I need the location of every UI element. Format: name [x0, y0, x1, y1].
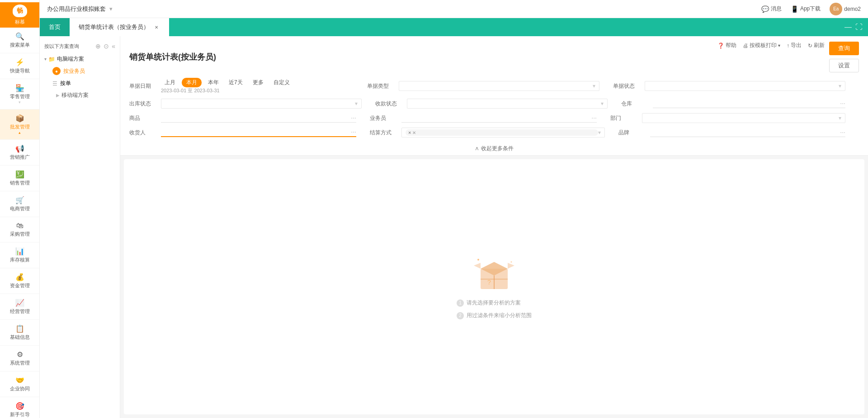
sidebar-item-inventory[interactable]: 📊 库存核算 — [0, 242, 39, 268]
app-logo[interactable]: 畅 标慕 — [0, 2, 40, 28]
tab-maximize-btn[interactable]: ⛶ — [855, 23, 863, 31]
sidebar-item-search[interactable]: 🔍 搜索菜单 — [0, 28, 39, 53]
user-profile[interactable]: Ea demo2 — [830, 3, 861, 15]
page-header: 销货单统计表(按业务员) ❓ 帮助 🖨 按模板打印 ▾ — [120, 36, 868, 156]
main-content: ? 1 请先选择要分析的方案 2 用过滤条件来缩小分析范围 — [124, 159, 864, 414]
tree-mobile-scheme[interactable]: ▶ 移动端方案 — [40, 90, 120, 101]
date-last-7days[interactable]: 近7天 — [225, 78, 246, 87]
system-icon: ⚙ — [17, 350, 23, 359]
sidebar-item-retail[interactable]: 🏪 零售管理 ▾ — [0, 79, 39, 109]
sidebar-label-wholesale: 批发管理 — [10, 124, 30, 130]
sidebar-item-ecommerce[interactable]: 🛒 电商管理 — [0, 191, 39, 217]
basic-info-icon: 📋 — [15, 324, 24, 333]
print-dropdown-icon: ▾ — [778, 43, 780, 48]
refresh-btn[interactable]: ↻ 刷新 — [808, 42, 825, 49]
warehouse-input[interactable]: ··· — [653, 100, 845, 108]
right-panel: 销货单统计表(按业务员) ❓ 帮助 🖨 按模板打印 ▾ — [120, 36, 868, 418]
sidebar-label-ecommerce: 电商管理 — [10, 205, 30, 212]
retail-icon: 🏪 — [15, 84, 24, 92]
date-custom[interactable]: 自定义 — [270, 78, 293, 87]
out-status-select[interactable]: ▾ — [161, 99, 362, 109]
doc-type-dropdown-icon: ▾ — [593, 83, 595, 89]
empty-step-1: 1 请先选择要分析的方案 — [457, 298, 532, 308]
tree-expand-icon: ▾ — [44, 57, 47, 62]
settle-method-clear-btn[interactable]: ✕ — [412, 130, 416, 135]
top-bar: 办公用品行业模拟账套 ▾ 💬 消息 📱 App下载 Ea demo2 — [40, 0, 868, 18]
salesperson-label: 业务员 — [370, 114, 401, 122]
tab-minimize-btn[interactable]: — — [844, 23, 852, 31]
goods-input[interactable]: ··· — [161, 114, 356, 123]
tree-pc-scheme[interactable]: ▾ 📁 电脑端方案 — [40, 53, 120, 65]
message-btn[interactable]: 💬 消息 — [761, 5, 782, 13]
newbie-icon: 🎯 — [15, 402, 24, 410]
receiver-input[interactable]: ··· — [161, 128, 356, 137]
tab-sales-stat[interactable]: 销货单统计表（按业务员） ✕ — [70, 18, 169, 36]
top-bar-title: 办公用品行业模拟账套 ▾ — [47, 5, 761, 13]
export-btn[interactable]: ↑ 导出 — [787, 42, 802, 49]
sidebar-item-enterprise[interactable]: 🤝 企业协同 — [0, 371, 39, 397]
sidebar-item-finance[interactable]: 💰 资金管理 — [0, 268, 39, 294]
add-scheme-btn[interactable]: ⊕ — [95, 43, 101, 50]
sidebar-item-operation[interactable]: 📈 经营管理 — [0, 294, 39, 320]
salesperson-input[interactable]: ··· — [401, 114, 597, 123]
date-this-month[interactable]: 本月 — [182, 78, 202, 87]
settle-dropdown-icon: ▾ — [598, 129, 601, 136]
tree-item-by-salesperson[interactable]: ● 按业务员 — [40, 65, 120, 77]
sidebar-item-newbie[interactable]: 🎯 新手引导 — [0, 397, 39, 418]
sidebar-item-quick-nav[interactable]: ⚡ 快捷导航 — [0, 53, 39, 79]
doc-status-label: 单据状态 — [613, 82, 645, 90]
date-last-month[interactable]: 上月 — [161, 78, 179, 87]
settings-button[interactable]: 设置 — [829, 59, 859, 72]
download-icon: 📱 — [791, 5, 798, 13]
folder-icon: 📁 — [48, 56, 55, 62]
sidebar-item-marketing[interactable]: 📢 营销推广 — [0, 140, 39, 166]
date-this-year[interactable]: 本年 — [204, 78, 222, 87]
date-more[interactable]: 更多 — [249, 78, 267, 87]
receipt-status-select[interactable]: ▾ — [407, 99, 608, 109]
settle-method-label: 结算方式 — [370, 129, 401, 137]
query-button[interactable]: 查询 — [829, 42, 859, 55]
brand-dots-btn[interactable]: ··· — [840, 128, 845, 136]
edit-scheme-btn[interactable]: ⊙ — [104, 43, 109, 50]
sidebar-item-system[interactable]: ⚙ 系统管理 — [0, 346, 39, 371]
brand-label: 品牌 — [618, 129, 650, 137]
tab-bar-actions: — ⛶ — [844, 23, 868, 31]
goods-dots-btn[interactable]: ··· — [351, 114, 356, 121]
sidebar-item-sales[interactable]: 💹 销售管理 — [0, 166, 39, 191]
settle-method-select[interactable]: × ✕ ▾ — [401, 128, 605, 138]
collapse-panel-btn[interactable]: « — [112, 43, 115, 50]
sidebar-label-purchase: 采购管理 — [10, 231, 30, 238]
doc-type-select[interactable]: ▾ — [399, 81, 599, 91]
tree-item-by-order[interactable]: ☰ 按单 — [40, 77, 120, 90]
salesperson-dots-btn[interactable]: ··· — [591, 114, 597, 121]
quick-nav-icon: ⚡ — [15, 58, 24, 66]
dropdown-arrow[interactable]: ▾ — [109, 5, 113, 12]
logo-icon: 畅 — [13, 5, 27, 17]
warehouse-dots-btn[interactable]: ··· — [840, 100, 845, 107]
help-btn[interactable]: ❓ 帮助 — [717, 42, 736, 49]
department-label: 部门 — [610, 114, 642, 122]
tab-close-btn[interactable]: ✕ — [153, 24, 160, 31]
tab-home[interactable]: 首页 — [40, 18, 70, 36]
step-1-num: 1 — [457, 299, 464, 307]
wholesale-icon: 📦 — [15, 114, 24, 123]
app-download-btn[interactable]: 📱 App下载 — [791, 5, 821, 13]
print-btn[interactable]: 🖨 按模板打印 ▾ — [743, 42, 780, 49]
sidebar-item-wholesale[interactable]: 📦 批发管理 ▴ — [0, 109, 39, 140]
brand-input[interactable]: ··· — [650, 128, 845, 137]
collapse-btn[interactable]: ∧ 收起更多条件 — [129, 142, 859, 155]
search-icon: 🔍 — [15, 32, 24, 41]
user-avatar: Ea — [830, 3, 842, 15]
enterprise-icon: 🤝 — [15, 376, 24, 385]
step-2-num: 2 — [457, 312, 464, 319]
filter-row-1: 单据日期 上月 本月 本年 近7天 更多 自定义 2023-03-01 至 20… — [129, 78, 859, 94]
empty-state: ? 1 请先选择要分析的方案 2 用过滤条件来缩小分析范围 — [457, 253, 532, 320]
goods-label: 商品 — [129, 114, 161, 122]
doc-status-dropdown-icon: ▾ — [839, 83, 841, 89]
department-select[interactable]: ▾ — [642, 113, 845, 123]
doc-status-select[interactable]: ▾ — [645, 81, 845, 91]
date-label: 单据日期 — [129, 82, 161, 90]
sidebar-item-basic-info[interactable]: 📋 基础信息 — [0, 320, 39, 346]
sidebar-item-purchase[interactable]: 🛍 采购管理 — [0, 217, 39, 242]
receiver-dots-btn[interactable]: ··· — [351, 128, 356, 135]
